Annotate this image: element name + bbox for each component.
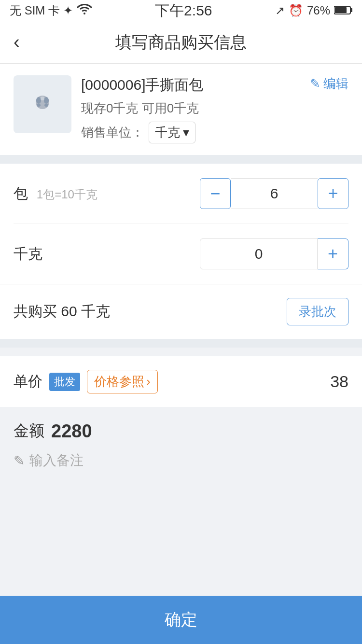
status-right: ↗ ⏰ 76%	[275, 4, 352, 17]
price-label: 单价	[14, 372, 42, 392]
svg-rect-1	[350, 8, 352, 12]
svg-point-7	[37, 104, 41, 107]
status-bar: 无 SIM 卡 ✦ 下午2:56 ↗ ⏰ 76%	[0, 0, 362, 21]
amount-section: 金额 2280 ✎ 输入备注	[0, 407, 362, 479]
sim-label: 无 SIM 卡 ✦	[10, 3, 73, 18]
bao-input-section: 包 1包=10千克 − + 千克 +	[0, 164, 362, 284]
page-title: 填写商品购买信息	[115, 31, 247, 54]
bao-decrement-button[interactable]: −	[200, 178, 231, 209]
price-section: 单价 批发 价格参照 › 38	[0, 356, 362, 407]
svg-rect-2	[335, 7, 347, 13]
bao-hint: 1包=10千克	[37, 188, 97, 201]
svg-point-8	[44, 104, 48, 107]
confirm-button[interactable]: 确定	[0, 596, 362, 644]
nav-bar: ‹ 填写商品购买信息	[0, 21, 362, 64]
summary-text: 共购买 60 千克	[14, 302, 110, 322]
svg-point-6	[41, 97, 44, 100]
pencil-icon: ✎	[14, 453, 25, 469]
unit-label: 销售单位：	[81, 124, 144, 141]
amount-value: 2280	[51, 421, 92, 442]
price-row: 单价 批发 价格参照 › 38	[14, 370, 348, 393]
kg-input-row: 千克 +	[14, 224, 348, 284]
edit-button[interactable]: ✎ 编辑	[310, 75, 348, 92]
kg-controls: +	[200, 238, 348, 269]
amount-row: 金额 2280	[14, 420, 348, 442]
remark-row[interactable]: ✎ 输入备注	[14, 451, 348, 479]
product-image	[14, 75, 71, 133]
bao-input-row: 包 1包=10千克 − +	[14, 164, 348, 224]
remark-placeholder: 输入备注	[29, 451, 84, 470]
price-ref-arrow-icon: ›	[146, 374, 151, 389]
price-badge: 批发	[49, 373, 80, 391]
summary-section: 共购买 60 千克 录批次	[0, 284, 362, 339]
unit-selector[interactable]: 千克 ▾	[149, 122, 195, 143]
bao-label-group: 包 1包=10千克	[14, 184, 97, 204]
battery-icon	[334, 4, 352, 17]
price-ref-button[interactable]: 价格参照 ›	[87, 370, 158, 393]
separator-1	[0, 155, 362, 164]
alarm-icon: ⏰	[289, 4, 303, 17]
amount-label: 金额	[14, 420, 44, 442]
price-ref-label: 价格参照	[94, 373, 144, 390]
kg-input[interactable]	[200, 238, 318, 269]
svg-point-4	[36, 97, 41, 104]
separator-3	[0, 339, 362, 348]
kg-label: 千克	[14, 244, 42, 264]
price-value: 38	[330, 372, 348, 391]
location-icon: ↗	[275, 4, 285, 17]
bao-controls: − +	[200, 178, 348, 209]
bao-label: 包	[14, 185, 28, 201]
product-card: [0000006]手撕面包 现存0千克 可用0千克 销售单位： 千克 ▾ ✎ 编…	[0, 64, 362, 155]
product-info: [0000006]手撕面包 现存0千克 可用0千克 销售单位： 千克 ▾	[81, 75, 348, 143]
wifi-icon	[77, 4, 92, 17]
summary-row: 共购买 60 千克 录批次	[14, 284, 348, 339]
unit-value: 千克	[155, 124, 180, 141]
bao-input[interactable]	[231, 178, 318, 209]
batch-button[interactable]: 录批次	[287, 298, 348, 325]
product-unit: 销售单位： 千克 ▾	[81, 122, 348, 143]
unit-dropdown-icon: ▾	[183, 125, 189, 140]
svg-point-5	[44, 97, 49, 104]
edit-icon: ✎	[310, 76, 320, 91]
status-time: 下午2:56	[155, 1, 212, 21]
edit-label: 编辑	[323, 75, 348, 92]
bao-increment-button[interactable]: +	[318, 178, 348, 209]
status-left: 无 SIM 卡 ✦	[10, 3, 92, 18]
product-name: [0000006]手撕面包	[81, 75, 348, 95]
product-stock: 现存0千克 可用0千克	[81, 100, 348, 117]
battery-percent: 76%	[307, 4, 330, 17]
kg-increment-button[interactable]: +	[318, 238, 348, 269]
back-button[interactable]: ‹	[14, 32, 20, 53]
